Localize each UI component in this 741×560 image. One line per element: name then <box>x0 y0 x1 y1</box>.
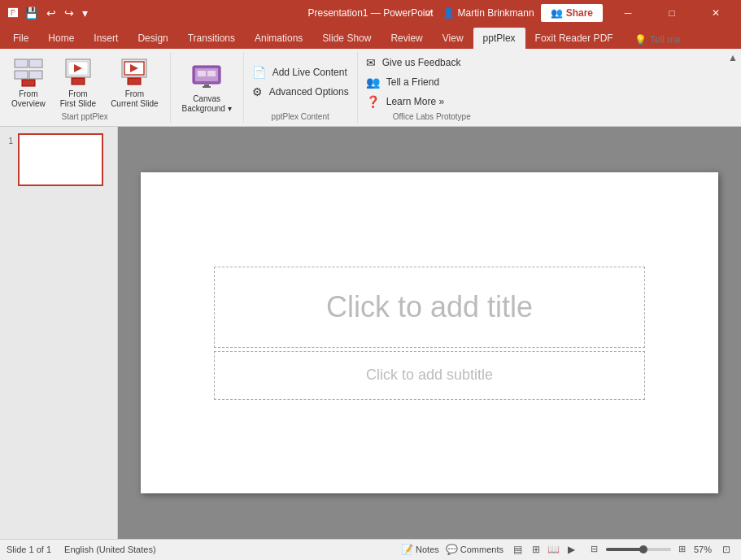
comments-button[interactable]: 💬 Comments <box>446 544 503 555</box>
from-overview-label: FromOverview <box>11 89 46 109</box>
start-pptplex-group: FromOverview FromFirst Slide <box>0 52 171 123</box>
learn-more-button[interactable]: ❓ Learn More » <box>363 93 501 110</box>
user-info[interactable]: 👤 Martin Brinkmann <box>442 7 534 19</box>
share-icon: 👥 <box>551 7 563 19</box>
advanced-options-button[interactable]: ⚙ Advanced Options <box>249 84 352 100</box>
slide-thumbnail-1[interactable]: 1 <box>3 133 114 186</box>
user-name: Martin Brinkmann <box>458 7 534 19</box>
tell-friend-button[interactable]: 👥 Tell a Friend <box>363 74 501 90</box>
tab-view[interactable]: View <box>433 28 473 49</box>
comments-label: Comments <box>460 545 503 554</box>
zoom-slider-thumb[interactable] <box>639 545 647 553</box>
title-bar-left: 🅿 💾 ↩ ↪ ▾ <box>7 5 91 21</box>
slide-preview-1[interactable] <box>18 133 103 186</box>
from-overview-icon <box>12 55 45 88</box>
title-placeholder[interactable]: Click to add title <box>214 267 645 348</box>
language-indicator: English (United States) <box>64 545 156 554</box>
tab-animations[interactable]: Animations <box>245 28 312 49</box>
svg-rect-16 <box>207 71 216 76</box>
svg-rect-4 <box>22 80 35 86</box>
tell-me-input[interactable] <box>650 34 731 46</box>
close-button[interactable]: ✕ <box>697 0 734 26</box>
tab-design[interactable]: Design <box>128 28 177 49</box>
from-first-slide-label: FromFirst Slide <box>60 89 96 109</box>
window-title: Presentation1 — PowerPoint <box>307 7 433 19</box>
slide-canvas[interactable]: Click to add title Click to add subtitle <box>141 172 718 493</box>
add-live-label: Add Live Content <box>272 67 347 78</box>
canvas-background-button[interactable]: CanvasBackground ▾ <box>176 57 238 117</box>
office-labs-label: Office Labs Prototype <box>363 112 501 123</box>
canvas-group-label <box>176 121 238 123</box>
friend-icon: 👥 <box>366 76 380 89</box>
slide-sorter-button[interactable]: ⊞ <box>528 541 544 558</box>
title-bar: 🅿 💾 ↩ ↪ ▾ Presentation1 — PowerPoint ⤢ 👤… <box>0 0 741 26</box>
app-icon: 🅿 <box>7 7 20 20</box>
info-icon: ❓ <box>366 95 380 108</box>
subtitle-placeholder[interactable]: Click to add subtitle <box>214 351 645 400</box>
from-first-slide-button[interactable]: FromFirst Slide <box>54 52 102 112</box>
customize-qat-button[interactable]: ▾ <box>79 5 91 21</box>
title-placeholder-text: Click to add title <box>326 290 533 324</box>
canvas-group: CanvasBackground ▾ <box>171 52 244 123</box>
status-bar: Slide 1 of 1 English (United States) 📝 N… <box>0 539 741 558</box>
ribbon-tabs: File Home Insert Design Transitions Anim… <box>0 26 741 49</box>
comments-icon: 💬 <box>446 544 458 555</box>
tab-insert[interactable]: Insert <box>84 28 128 49</box>
zoom-in-button[interactable]: ⊞ <box>674 541 691 558</box>
office-labs-group: ✉ Give us Feedback 👥 Tell a Friend ❓ Lea… <box>358 52 506 123</box>
status-bar-right: 📝 Notes 💬 Comments ▤ ⊞ 📖 ▶ ⊟ ⊞ 57% ⊡ <box>401 541 734 558</box>
slideshow-view-button[interactable]: ▶ <box>564 541 580 558</box>
notes-label: Notes <box>416 545 439 554</box>
svg-rect-1 <box>29 59 42 67</box>
from-overview-button[interactable]: FromOverview <box>5 52 52 112</box>
normal-view-button[interactable]: ▤ <box>510 541 526 558</box>
minimize-button[interactable]: ─ <box>609 0 647 26</box>
learn-more-label: Learn More » <box>386 96 444 107</box>
tab-review[interactable]: Review <box>381 28 432 49</box>
collapse-ribbon-button[interactable]: ▲ <box>728 52 738 63</box>
canvas-background-label: CanvasBackground ▾ <box>182 94 232 114</box>
maximize-button[interactable]: □ <box>653 0 691 26</box>
from-current-slide-icon <box>118 55 150 88</box>
lightbulb-icon: 💡 <box>634 34 647 46</box>
canvas-background-icon <box>190 60 223 93</box>
add-live-content-button[interactable]: 📄 Add Live Content <box>249 64 352 80</box>
tell-me-input-area[interactable]: 💡 <box>628 31 738 49</box>
tab-pptplex[interactable]: pptPlex <box>473 28 525 49</box>
user-icon: 👤 <box>442 7 455 19</box>
from-current-slide-button[interactable]: FromCurrent Slide <box>104 52 164 112</box>
save-button[interactable]: 💾 <box>21 5 41 21</box>
advanced-icon: ⚙ <box>252 85 263 98</box>
reading-view-button[interactable]: 📖 <box>546 541 562 558</box>
undo-button[interactable]: ↩ <box>43 5 59 21</box>
zoom-level: 57% <box>694 545 712 554</box>
tab-foxit[interactable]: Foxit Reader PDF <box>525 28 623 49</box>
tab-transitions[interactable]: Transitions <box>178 28 245 49</box>
tab-file[interactable]: File <box>3 28 38 49</box>
tab-home[interactable]: Home <box>38 28 84 49</box>
from-current-slide-label: FromCurrent Slide <box>111 89 158 109</box>
give-feedback-label: Give us Feedback <box>382 57 461 68</box>
slide-panel: 1 <box>0 127 118 539</box>
zoom-fit-button[interactable]: ⊟ <box>586 541 603 558</box>
slide-number-1: 1 <box>3 137 13 145</box>
subtitle-placeholder-text: Click to add subtitle <box>366 367 493 384</box>
tab-slideshow[interactable]: Slide Show <box>312 28 381 49</box>
share-label: Share <box>566 7 593 19</box>
share-button[interactable]: 👥 Share <box>541 4 603 22</box>
status-bar-left: Slide 1 of 1 English (United States) <box>7 545 156 554</box>
svg-rect-3 <box>29 71 42 79</box>
give-feedback-button[interactable]: ✉ Give us Feedback <box>363 54 501 71</box>
redo-button[interactable]: ↪ <box>61 5 77 21</box>
slide-info: Slide 1 of 1 <box>7 545 51 554</box>
advanced-label: Advanced Options <box>269 86 349 98</box>
zoom-fit-slide-button[interactable]: ⊡ <box>718 541 734 558</box>
zoom-slider-fill <box>606 548 643 551</box>
from-first-slide-icon <box>62 55 94 88</box>
tell-friend-label: Tell a Friend <box>386 76 439 88</box>
content-group-label: pptPlex Content <box>249 112 352 123</box>
notes-button[interactable]: 📝 Notes <box>401 544 439 555</box>
quick-access-toolbar: 🅿 💾 ↩ ↪ ▾ <box>7 5 91 21</box>
zoom-slider-track[interactable] <box>606 548 671 551</box>
start-group-label: Start pptPlex <box>5 112 165 123</box>
